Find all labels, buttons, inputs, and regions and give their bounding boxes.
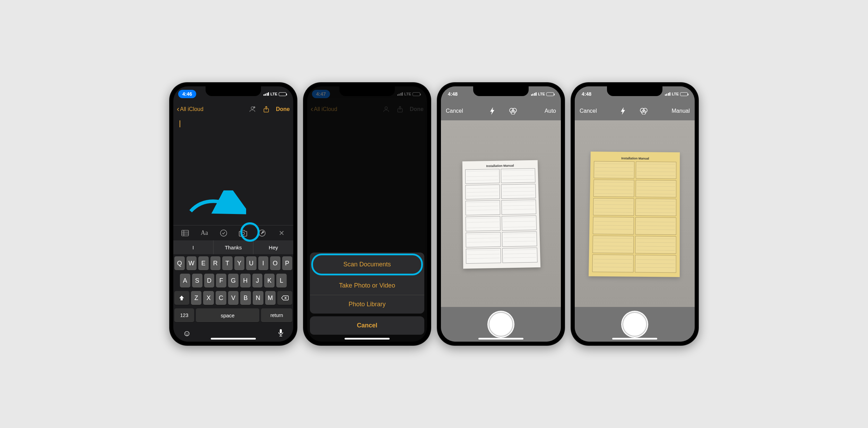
carrier-label: LTE <box>672 92 679 96</box>
battery-icon <box>413 92 420 96</box>
filter-icon[interactable] <box>509 108 517 114</box>
shutter-button[interactable] <box>623 313 646 336</box>
text-format-icon[interactable]: Aa <box>198 227 210 239</box>
phone-3-scan-auto: 4:48 LTE Cancel Auto Installation Manual <box>437 82 565 346</box>
scan-documents-option[interactable]: Scan Documents <box>311 254 423 275</box>
key-f[interactable]: F <box>216 274 226 288</box>
status-time: 4:48 <box>580 90 593 98</box>
action-sheet-cancel-group: Cancel <box>310 316 424 335</box>
key-k[interactable]: K <box>264 274 275 288</box>
status-right: LTE <box>397 92 420 96</box>
svg-text:+: + <box>254 106 255 108</box>
photo-library-option[interactable]: Photo Library <box>310 295 424 314</box>
key-u[interactable]: U <box>246 256 257 270</box>
collaborate-icon[interactable]: + <box>248 105 257 113</box>
return-key[interactable]: return <box>261 308 292 322</box>
share-icon <box>396 105 404 113</box>
chevron-left-icon: ‹ <box>177 105 179 114</box>
note-body[interactable] <box>173 117 293 132</box>
status-time[interactable]: 4:47 <box>312 90 330 98</box>
scan-bottom-bar <box>575 307 695 342</box>
back-label: All iCloud <box>314 106 337 112</box>
cancel-button[interactable]: Cancel <box>310 316 424 335</box>
collaborate-icon <box>382 105 390 113</box>
svg-point-13 <box>385 107 387 109</box>
home-indicator[interactable] <box>211 338 256 340</box>
status-time: 4:48 <box>446 90 460 98</box>
flash-icon[interactable] <box>621 107 626 115</box>
phone-4-scan-manual: 4:48 LTE Cancel Manual Installation Manu… <box>571 82 699 346</box>
key-j[interactable]: J <box>252 274 263 288</box>
key-x[interactable]: X <box>203 291 214 305</box>
dictation-icon[interactable] <box>278 328 284 338</box>
key-b[interactable]: B <box>240 291 251 305</box>
status-right: LTE <box>263 92 286 96</box>
document-diagram-grid <box>592 161 676 273</box>
carrier-label: LTE <box>270 92 277 96</box>
key-w[interactable]: W <box>186 256 197 270</box>
key-o[interactable]: O <box>270 256 280 270</box>
key-e[interactable]: E <box>198 256 209 270</box>
key-q[interactable]: Q <box>174 256 185 270</box>
backspace-key[interactable] <box>277 291 292 305</box>
key-d[interactable]: D <box>204 274 215 288</box>
shift-key[interactable] <box>174 291 189 305</box>
svg-point-10 <box>242 232 244 235</box>
scan-mode-button[interactable]: Auto <box>545 108 556 114</box>
signal-icon <box>397 92 403 96</box>
filter-icon[interactable] <box>640 108 648 114</box>
table-icon[interactable] <box>179 227 191 239</box>
back-button[interactable]: ‹ All iCloud <box>177 105 203 114</box>
home-indicator[interactable] <box>345 338 390 340</box>
predictive-text-bar: I Thanks Hey <box>173 240 293 254</box>
key-a[interactable]: A <box>180 274 190 288</box>
close-toolbar-icon[interactable]: ✕ <box>276 227 287 239</box>
predictive-word-2[interactable]: Thanks <box>214 240 254 254</box>
key-z[interactable]: Z <box>191 291 202 305</box>
key-l[interactable]: L <box>276 274 287 288</box>
key-y[interactable]: Y <box>234 256 245 270</box>
keyboard: Q W E R T Y U I O P A S D F G H J K L <box>173 254 293 342</box>
key-v[interactable]: V <box>228 291 239 305</box>
flash-icon[interactable] <box>490 107 495 115</box>
key-m[interactable]: M <box>265 291 276 305</box>
camera-icon[interactable] <box>237 227 249 239</box>
document-diagram-grid <box>465 168 538 264</box>
key-g[interactable]: G <box>228 274 238 288</box>
cancel-button[interactable]: Cancel <box>446 108 463 114</box>
status-right: LTE <box>665 92 688 96</box>
markup-icon[interactable] <box>256 227 268 239</box>
key-c[interactable]: C <box>216 291 226 305</box>
take-photo-option[interactable]: Take Photo or Video <box>310 276 424 295</box>
home-indicator[interactable] <box>612 338 657 340</box>
key-n[interactable]: N <box>253 291 263 305</box>
predictive-word-1[interactable]: I <box>173 240 214 254</box>
predictive-word-3[interactable]: Hey <box>253 240 293 254</box>
back-button: ‹ All iCloud <box>311 105 337 114</box>
key-row-2: A S D F G H J K L <box>174 274 292 288</box>
key-p[interactable]: P <box>282 256 293 270</box>
key-i[interactable]: I <box>258 256 269 270</box>
carrier-label: LTE <box>404 92 411 96</box>
cancel-button[interactable]: Cancel <box>580 108 597 114</box>
done-button[interactable]: Done <box>276 106 290 112</box>
shutter-button[interactable] <box>489 313 512 336</box>
svg-point-0 <box>251 107 253 109</box>
space-key[interactable]: space <box>196 308 259 322</box>
signal-icon <box>665 92 671 96</box>
number-key[interactable]: 123 <box>174 308 194 322</box>
status-time[interactable]: 4:46 <box>178 90 196 98</box>
key-h[interactable]: H <box>240 274 251 288</box>
document-title: Installation Manual <box>465 163 535 168</box>
scan-mode-button[interactable]: Manual <box>672 108 690 114</box>
action-sheet-options: Scan Documents Take Photo or Video Photo… <box>310 252 424 314</box>
share-icon[interactable] <box>262 105 270 113</box>
key-s[interactable]: S <box>192 274 202 288</box>
signal-icon <box>263 92 269 96</box>
action-sheet: Scan Documents Take Photo or Video Photo… <box>310 252 424 337</box>
home-indicator[interactable] <box>478 338 523 340</box>
key-r[interactable]: R <box>210 256 221 270</box>
emoji-icon[interactable]: ☺ <box>183 328 191 338</box>
checklist-icon[interactable] <box>218 227 229 239</box>
key-t[interactable]: T <box>222 256 233 270</box>
